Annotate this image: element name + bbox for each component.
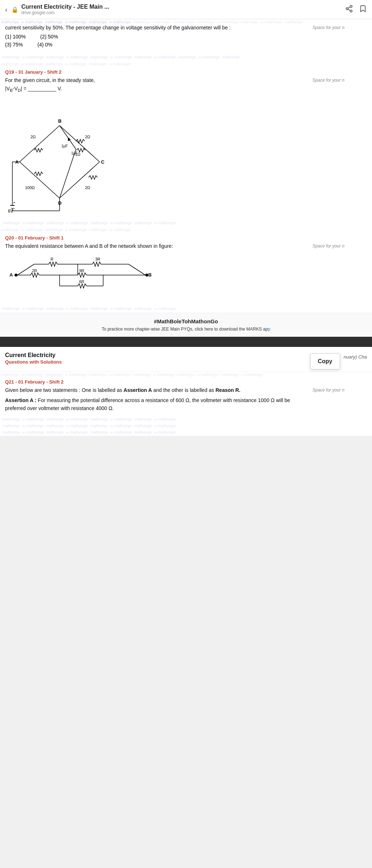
intro-text: current sensitivity by 50%. The percenta… (5, 24, 309, 32)
svg-text:2Ω: 2Ω (31, 135, 36, 139)
page-title: Current Electricity - JEE Main ... (21, 4, 345, 10)
q20-text: The equivalent resistance between A and … (5, 242, 309, 250)
option-3: (3) 75% (5, 42, 23, 48)
svg-text:1μF: 1μF (61, 144, 68, 148)
reason-label: Reason R. (215, 387, 240, 393)
svg-line-3 (348, 9, 350, 11)
svg-text:2Ω: 2Ω (85, 185, 90, 190)
svg-line-7 (60, 126, 100, 162)
svg-point-37 (145, 274, 148, 277)
svg-point-2 (350, 10, 352, 12)
svg-text:3R: 3R (95, 257, 100, 261)
space-note-q19: Space for your n (312, 76, 367, 83)
option-1: (1) 100% (5, 34, 26, 40)
options-row: (1) 100% (2) 50% (5, 34, 309, 40)
svg-line-4 (348, 7, 350, 8)
q21-label: Q21 - 01 February - Shift 2 (5, 379, 367, 385)
network-svg: A B R (5, 253, 158, 297)
q20-label: Q20 - 01 February - Shift 1 (5, 235, 367, 241)
section-q19: mathongo𝑚 mathongomathongo𝑚 mathongomath… (0, 61, 372, 220)
svg-text:2R: 2R (32, 269, 37, 273)
back-button[interactable]: ‹ (5, 5, 8, 14)
page-subtitle: drive.google.com (21, 10, 345, 15)
q19-circuit: 2Ω 2Ω 100Ω (5, 97, 309, 213)
svg-text:R: R (50, 257, 53, 261)
options-row-2: (3) 75% (4) 0% (5, 42, 309, 48)
watermark-strip-6: mathongo 𝑚 mathongo mathongo 𝑚 mathongo … (0, 430, 372, 436)
svg-text:6V: 6V (8, 209, 13, 213)
section-q21: mathongo𝑚 mathongomathongo𝑚 mathongomath… (0, 372, 372, 416)
watermark-strip-1: mathongo 𝑚 mathongo mathongo 𝑚 mathongo … (0, 55, 372, 61)
hashtag-text: #MathBoleTohMathonGo (5, 318, 367, 324)
page2-title-group: Current Electricity Questions with Solut… (5, 352, 306, 365)
page2-header: Current Electricity Questions with Solut… (0, 347, 372, 372)
watermark-strip-3: mathongo 𝑚 mathongo mathongo 𝑚 mathongo … (0, 306, 372, 312)
watermark-strip-5: mathongo 𝑚 mathongo mathongo 𝑚 mathongo … (0, 423, 372, 429)
q21-text1: Given below are two statements : One is … (5, 386, 309, 394)
space-note-1: Space for your n (312, 24, 367, 30)
svg-text:C: C (101, 159, 105, 165)
svg-text:−: − (13, 206, 15, 210)
share-icon[interactable] (345, 5, 353, 15)
circuit-svg: 2Ω 2Ω 100Ω (5, 97, 114, 213)
copy-popup[interactable]: Copy (310, 353, 340, 369)
lock-icon: 🔒 (11, 6, 19, 13)
page2-chapter-suffix: nuary) Cha (344, 352, 367, 360)
svg-text:1Ω: 1Ω (75, 152, 80, 156)
assertion-text-prefix: Assertion A : (5, 397, 38, 403)
watermark-strip-4: mathongo 𝑚 mathongo mathongo 𝑚 mathongo … (0, 417, 372, 423)
bookmark-icon[interactable] (359, 5, 367, 15)
hashtag-section: mathongo𝑚 mathongomathongo𝑚 mathongomath… (0, 313, 372, 337)
svg-line-9 (20, 162, 60, 198)
q20-network: A B R (5, 253, 309, 298)
page2-subtitle: Questions with Solutions (5, 359, 306, 365)
svg-text:2Ω: 2Ω (85, 135, 90, 139)
copy-label: Copy (318, 358, 332, 364)
dark-separator (0, 337, 372, 347)
svg-text:+: + (13, 201, 15, 205)
space-note-q21: Space for your n (312, 386, 367, 393)
cta-text: To practice more chapter-wise JEE Main P… (102, 327, 268, 332)
svg-point-35 (15, 274, 17, 277)
q19-text: For the given circuit, in the steady sta… (5, 76, 309, 84)
svg-text:9R: 9R (79, 269, 84, 273)
svg-text:B: B (148, 272, 151, 278)
q21-assertion: Assertion A : For measuring the potentia… (5, 396, 309, 413)
hashtag-subtext: To practice more chapter-wise JEE Main P… (5, 327, 367, 332)
q19-formula: |VB-VD| = __________ V. (5, 85, 309, 94)
option-2: (2) 50% (40, 34, 58, 40)
svg-point-0 (350, 5, 352, 7)
option-4: (4) 0% (37, 42, 52, 48)
space-note-q20: Space for your n (312, 242, 367, 249)
q19-label: Q19 - 31 January - Shift 2 (5, 69, 367, 75)
title-group: Current Electricity - JEE Main ... drive… (21, 4, 345, 15)
top-bar: ‹ 🔒 Current Electricity - JEE Main ... d… (0, 0, 372, 19)
header-icons (345, 5, 367, 15)
assertion-label: Assertion A (124, 387, 152, 393)
cta-link[interactable]: p (268, 327, 270, 332)
section-intro: mathongo𝑚 mathongomathongo𝑚 mathongomath… (0, 19, 372, 54)
svg-text:A: A (9, 272, 13, 278)
page-wrapper: mathongo𝑚 mathongomathongo𝑚 mathongomath… (0, 19, 372, 436)
section-q20: mathongo𝑚 mathongomathongo𝑚 mathongomath… (0, 227, 372, 305)
page2-title: Current Electricity (5, 352, 306, 359)
svg-text:B: B (58, 118, 61, 124)
svg-text:6R: 6R (79, 279, 84, 284)
svg-line-45 (129, 264, 145, 275)
svg-line-5 (20, 126, 60, 162)
page2: Current Electricity Questions with Solut… (0, 347, 372, 436)
svg-point-1 (346, 8, 348, 10)
assertion-text: For measuring the potential difference a… (5, 397, 290, 411)
svg-text:100Ω: 100Ω (25, 185, 35, 190)
watermark-strip-2: mathongo 𝑚 mathongo mathongo 𝑚 mathongo … (0, 221, 372, 226)
